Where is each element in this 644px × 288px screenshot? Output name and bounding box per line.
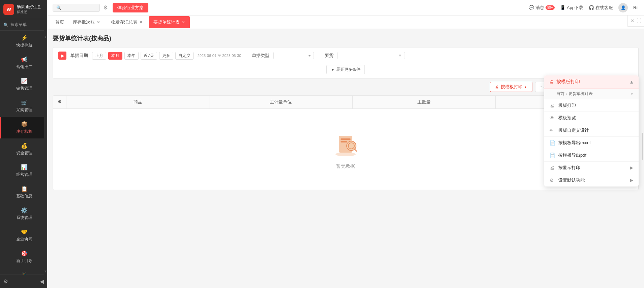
tab-batch-close[interactable]: ✕	[97, 20, 100, 25]
right-scrollbar[interactable]	[642, 133, 643, 160]
sidebar-item-label: 资金管理	[16, 150, 32, 156]
display-print-arrow: ▶	[630, 165, 633, 170]
date-btn-last-month[interactable]: 上月	[92, 52, 106, 60]
sidebar-logo: W 畅康通好生意 标准版	[0, 0, 47, 19]
th-unit: 主计量单位	[209, 96, 352, 108]
online-service-item[interactable]: 🎧 在线客服	[589, 5, 613, 11]
dropdown-header: 🖨 按模板打印 ▲	[544, 75, 639, 89]
order-type-label: 单据类型	[252, 53, 269, 59]
inventory-icon: 📦	[21, 121, 28, 127]
sidebar-item-finance[interactable]: 💰 资金管理	[0, 138, 47, 160]
template-print-icon: 🖨	[550, 103, 555, 108]
dropdown-title-text: 按模板打印	[556, 79, 580, 85]
industry-btn[interactable]: 体验行业方案	[113, 3, 148, 12]
th-settings[interactable]: ⚙	[53, 96, 66, 108]
topbar-search-icon: 🔍	[56, 5, 61, 10]
template-preview-icon: 👁	[550, 115, 555, 121]
quicknav-icon: ⚡	[21, 35, 28, 41]
tabs-bar: ✕ ⛶ 首页 库存批次账 ✕ 收发存汇总表 ✕ 要货单统计表 ✕	[47, 15, 644, 29]
sidebar-item-label: 营销推广	[16, 64, 32, 70]
sidebar-item-quicknav[interactable]: ⚡ 快捷导航	[0, 31, 47, 52]
sidebar-item-label: 新手引导	[16, 258, 32, 264]
dropdown-print-icon: 🖨	[549, 79, 554, 85]
tab-batch[interactable]: 库存批次账 ✕	[68, 16, 105, 28]
dropdown-current-item[interactable]: 当前：要货单统计表 ▼	[544, 89, 639, 99]
date-btn-custom[interactable]: 自定义	[175, 52, 194, 60]
filter-row: ▶ 单据日期 上月 本月 本年 近7天 更多 自定义 2023-06-01 至 …	[58, 52, 633, 60]
sidebar-item-label: 基础信息	[16, 193, 32, 199]
expand-more-btn[interactable]: ▼ 展开更多条件	[326, 65, 365, 74]
dropdown-item-template-print[interactable]: 🖨 模板打印	[544, 99, 639, 112]
window-maximize-icon[interactable]: ⛶	[637, 18, 641, 24]
app-badge: 标准版	[17, 10, 41, 14]
message-label: 消息	[535, 5, 544, 11]
tab-order-close[interactable]: ✕	[182, 20, 185, 25]
date-btn-more[interactable]: 更多	[159, 52, 173, 60]
template-preview-label: 模板预览	[558, 115, 633, 121]
template-design-label: 模板自定义设计	[558, 127, 633, 133]
yh-input[interactable]: ▼	[338, 52, 405, 59]
tab-batch-label: 库存批次账	[73, 19, 95, 25]
svg-rect-2	[341, 138, 351, 140]
avatar-placeholder: 👤	[621, 5, 626, 10]
sidebar-item-operation[interactable]: 📊 经营管理	[0, 160, 47, 182]
app-download-item[interactable]: 📱 App下载	[560, 5, 583, 11]
sidebar-item-purchase[interactable]: 🛒 采购管理	[0, 95, 47, 117]
date-btn-this-year[interactable]: 本年	[124, 52, 139, 60]
svg-point-0	[335, 152, 356, 156]
sidebar-nav: ⚡ 快捷导航 📢 营销推广 📈 销售管理 🛒 采购管理 📦 库存核算 💰 资金管…	[0, 31, 47, 275]
order-type-select[interactable]	[273, 52, 314, 59]
tab-collection[interactable]: 收发存汇总表 ✕	[106, 16, 147, 28]
tab-order[interactable]: 要货单统计表 ✕	[149, 16, 190, 28]
sidebar-item-appstore[interactable]: 📱 应用中心	[0, 268, 47, 275]
print-btn[interactable]: 🖨 按模板打印 ▲	[490, 82, 532, 92]
th-quantity: 主数量	[353, 96, 496, 108]
tab-collection-close[interactable]: ✕	[139, 20, 143, 25]
sidebar-item-collab[interactable]: 🤝 企业协同	[0, 225, 47, 246]
app-download-label: App下载	[567, 5, 583, 11]
message-item[interactable]: 💬 消息 99+	[529, 5, 555, 11]
filter-expand-toggle[interactable]: ▶	[58, 52, 66, 60]
sidebar-item-inventory[interactable]: 📦 库存核算	[0, 117, 47, 138]
print-icon: 🖨	[495, 85, 499, 90]
dropdown-item-template-pdf[interactable]: 📄 按模板导出pdf	[544, 149, 639, 162]
dropdown-item-default-func[interactable]: ⚙ 设置默认功能 ▶	[544, 174, 639, 187]
sidebar-item-label: 企业协同	[16, 236, 32, 242]
logo-icon: W	[3, 4, 14, 15]
export-icon: ↑	[540, 85, 543, 90]
dropdown-close-arrow[interactable]: ▲	[629, 79, 634, 85]
user-avatar[interactable]: 👤	[618, 3, 628, 12]
sidebar-bottom: ⚙ ◀	[0, 275, 47, 288]
display-print-label: 按显示打印	[558, 165, 627, 171]
dropdown-item-template-excel[interactable]: 📄 按模板导出excel	[544, 137, 639, 149]
online-service-label: 在线客服	[595, 5, 613, 11]
headset-icon: 🎧	[589, 5, 594, 10]
dropdown-item-template-preview[interactable]: 👁 模板预览	[544, 112, 639, 124]
date-btn-this-month[interactable]: 本月	[108, 52, 122, 60]
settings-gear-icon[interactable]: ⚙	[3, 278, 8, 285]
tab-collection-label: 收发存汇总表	[111, 19, 137, 25]
window-close-icon[interactable]: ✕	[631, 18, 635, 24]
default-func-label: 设置默认功能	[558, 177, 627, 183]
svg-line-6	[354, 149, 357, 151]
date-btn-7days[interactable]: 近7天	[141, 52, 157, 60]
dropdown-item-template-design[interactable]: ✏ 模板自定义设计	[544, 124, 639, 137]
topbar-right: 💬 消息 99+ 📱 App下载 🎧 在线客服 👤 Rit	[529, 3, 639, 12]
topbar-search-box[interactable]: 🔍	[53, 4, 100, 12]
sidebar-collapse-icon[interactable]: ◀	[40, 278, 44, 285]
sidebar-item-system[interactable]: ⚙️ 系统管理	[0, 203, 47, 225]
template-pdf-icon: 📄	[550, 153, 555, 158]
tab-home[interactable]: 首页	[53, 17, 67, 27]
svg-rect-3	[341, 141, 347, 142]
page-title: 要货单统计表(按商品)	[53, 34, 639, 42]
expand-icon: ▶	[61, 53, 64, 58]
dropdown-item-display-print[interactable]: 🖨 按显示打印 ▶	[544, 162, 639, 174]
sidebar-search-label: 搜索菜单	[10, 22, 27, 28]
sidebar-item-sales[interactable]: 📈 销售管理	[0, 74, 47, 95]
sidebar-item-basic[interactable]: 📋 基础信息	[0, 182, 47, 203]
date-filter-group: 上月 本月 本年 近7天 更多 自定义	[92, 52, 194, 60]
sidebar-search-item[interactable]: 🔍 搜索菜单	[0, 19, 47, 31]
sidebar-item-marketing[interactable]: 📢 营销推广	[0, 52, 47, 74]
sidebar-item-guide[interactable]: 🎯 新手引导	[0, 246, 47, 268]
topbar-gear-icon[interactable]: ⚙	[103, 4, 108, 11]
